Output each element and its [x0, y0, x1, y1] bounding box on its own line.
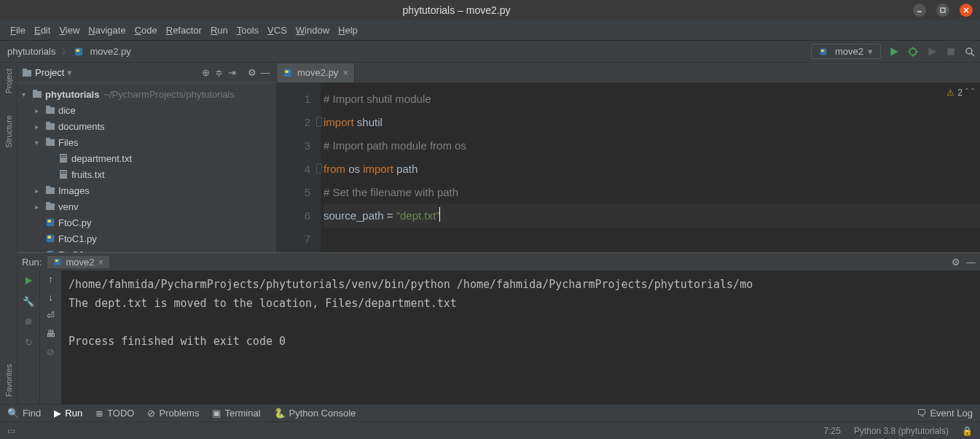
tree-root[interactable]: ▾ phytutorials ~/PycharmProjects/phytuto…: [17, 86, 276, 102]
chevron-down-icon[interactable]: ˇ: [971, 88, 974, 98]
tree-node-label: fruits.txt: [71, 169, 105, 180]
tree-node-label: Images: [58, 185, 90, 196]
hide-run-button[interactable]: —: [960, 257, 976, 268]
minimize-button[interactable]: [913, 4, 926, 17]
svg-marker-8: [890, 47, 898, 56]
gear-icon[interactable]: ⚙: [246, 67, 259, 78]
tree-node[interactable]: ▸Images: [17, 182, 276, 198]
breadcrumb-separator: 〉: [58, 44, 74, 60]
svg-rect-20: [33, 91, 42, 98]
close-tab-button[interactable]: ×: [342, 67, 348, 78]
console-output[interactable]: /home/fahmida/PycharmProjects/phytutoria…: [61, 271, 980, 404]
python-console-tool-button[interactable]: 🐍Python Console: [274, 408, 356, 419]
hide-button[interactable]: —: [259, 67, 272, 78]
caret-position[interactable]: 7:25: [824, 426, 841, 436]
menu-view[interactable]: View: [55, 22, 84, 39]
tree-node[interactable]: FtoC.py: [17, 214, 276, 230]
menu-code[interactable]: Code: [130, 22, 162, 39]
code-editor[interactable]: 1234567 # Import shutil moduleimport shu…: [277, 83, 980, 252]
close-button[interactable]: [960, 4, 973, 17]
project-tool-tab[interactable]: Project: [4, 69, 13, 93]
run-tool-button[interactable]: ▶Run: [54, 408, 82, 419]
tree-root-label: phytutorials: [45, 89, 99, 100]
menu-navigate[interactable]: Navigate: [84, 22, 130, 39]
menu-vcs[interactable]: VCS: [263, 22, 291, 39]
project-panel-title[interactable]: Project ▾: [22, 67, 72, 78]
svg-marker-14: [928, 47, 936, 56]
tree-node[interactable]: department.txt: [17, 150, 276, 166]
gear-icon[interactable]: ⚙: [952, 257, 960, 268]
status-menu-icon[interactable]: ▭: [7, 426, 15, 436]
editor-inspection-flags[interactable]: ⚠ 2 ˆ ˇ: [946, 88, 974, 98]
problems-tool-button[interactable]: ⊘Problems: [147, 408, 199, 419]
scroll-down-button[interactable]: ↓: [48, 292, 53, 303]
svg-rect-30: [60, 157, 66, 158]
breadcrumb-file[interactable]: move2.py: [87, 44, 133, 58]
tree-node[interactable]: FtoC2.py: [17, 246, 276, 252]
collapse-all-button[interactable]: ⇥: [225, 67, 238, 78]
project-panel-header: Project ▾ ⊕ ≑ ⇥ ⚙ —: [17, 63, 276, 83]
maximize-button[interactable]: [936, 4, 949, 17]
chevron-down-icon: ▾: [868, 46, 873, 57]
tree-node[interactable]: ▸venv: [17, 198, 276, 214]
tree-node[interactable]: ▸dice: [17, 102, 276, 118]
menu-file[interactable]: File: [6, 22, 30, 39]
terminal-tool-button[interactable]: ▣Terminal: [212, 408, 260, 419]
close-run-tab-button[interactable]: ×: [98, 257, 104, 268]
run-toolbar-left: 🔧 ↻: [17, 271, 39, 404]
project-tree[interactable]: ▾ phytutorials ~/PycharmProjects/phytuto…: [17, 83, 276, 252]
menu-refactor[interactable]: Refactor: [162, 22, 206, 39]
restart-button[interactable]: ↻: [25, 335, 33, 349]
tree-node[interactable]: ▾Files: [17, 134, 276, 150]
run-coverage-button[interactable]: [926, 46, 938, 58]
scroll-up-button[interactable]: ↑: [48, 273, 53, 284]
svg-rect-26: [46, 139, 55, 146]
line-gutter: 1234567: [277, 83, 321, 252]
search-everywhere-button[interactable]: [964, 46, 976, 58]
stop-button[interactable]: [25, 314, 32, 329]
lock-icon[interactable]: 🔒: [962, 426, 973, 436]
rerun-button[interactable]: [24, 273, 33, 288]
clear-button[interactable]: ⊘: [47, 346, 55, 357]
editor-tab[interactable]: move2.py ×: [277, 63, 355, 82]
run-tab-label: move2: [66, 257, 94, 268]
svg-rect-41: [48, 236, 51, 239]
search-icon: 🔍: [7, 408, 19, 419]
python-file-icon: [45, 217, 55, 228]
menu-run[interactable]: Run: [206, 22, 232, 39]
menu-edit[interactable]: Edit: [30, 22, 55, 39]
find-tool-button[interactable]: 🔍Find: [7, 408, 41, 419]
tree-node[interactable]: FtoC1.py: [17, 230, 276, 246]
run-configuration-dropdown[interactable]: move2 ▾: [811, 44, 881, 59]
svg-rect-25: [46, 122, 50, 124]
window-controls: [913, 4, 980, 17]
soft-wrap-button[interactable]: ⏎: [47, 310, 55, 321]
tree-node-label: venv: [58, 201, 78, 212]
tree-node[interactable]: fruits.txt: [17, 166, 276, 182]
print-button[interactable]: 🖶: [46, 328, 55, 339]
debug-button[interactable]: [907, 46, 919, 58]
event-log-button[interactable]: 🗨Event Log: [917, 408, 973, 419]
tools-button[interactable]: 🔧: [23, 294, 34, 308]
menu-window[interactable]: Window: [291, 22, 334, 39]
run-button[interactable]: [888, 46, 900, 58]
structure-tool-tab[interactable]: Structure: [4, 115, 13, 148]
run-panel-tab[interactable]: move2 ×: [47, 256, 109, 268]
menu-tools[interactable]: Tools: [232, 22, 263, 39]
project-panel: Project ▾ ⊕ ≑ ⇥ ⚙ — ▾ phytutorials: [17, 63, 277, 252]
tree-node[interactable]: ▸documents: [17, 118, 276, 134]
expand-all-button[interactable]: ≑: [212, 67, 225, 78]
favorites-tool-tab[interactable]: Favorites: [4, 364, 13, 397]
svg-rect-31: [60, 170, 67, 179]
breadcrumb-project[interactable]: phytutorials: [4, 44, 58, 58]
interpreter-status[interactable]: Python 3.8 (phytutorials): [854, 426, 949, 436]
code-area[interactable]: # Import shutil moduleimport shutil# Imp…: [321, 83, 980, 252]
todo-tool-button[interactable]: ≣TODO: [95, 408, 134, 419]
svg-rect-34: [46, 187, 55, 194]
stop-button[interactable]: [945, 46, 957, 58]
svg-rect-49: [26, 319, 31, 325]
locate-button[interactable]: ⊕: [199, 67, 212, 78]
chevron-up-icon[interactable]: ˆ: [965, 88, 968, 98]
tree-node-label: FtoC.py: [58, 217, 92, 228]
menu-help[interactable]: Help: [334, 22, 362, 39]
